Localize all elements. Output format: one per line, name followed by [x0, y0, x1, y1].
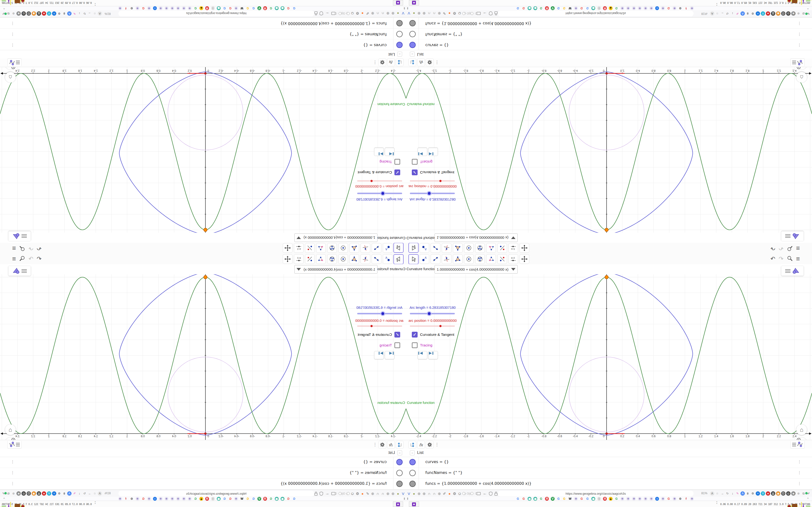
angle-tool-button[interactable]	[486, 254, 496, 264]
list-row-curves[interactable]: curves = {} ⋮	[406, 457, 812, 468]
puzzle-icon[interactable]: ⧉	[6, 11, 11, 16]
google-favicon[interactable]: G	[246, 6, 250, 10]
d-box-icon[interactable]: D	[781, 11, 785, 16]
bookmarks-expand-icon[interactable]: ^	[3, 497, 5, 501]
row-menu-icon[interactable]: ⋮	[11, 21, 14, 26]
bars-icon[interactable]: ▥	[37, 491, 41, 496]
info-favicon[interactable]: i	[597, 6, 601, 10]
f-favicon[interactable]: f	[124, 497, 128, 501]
row-menu-icon[interactable]: ⋮	[798, 459, 801, 464]
octagon-favicon[interactable]: ✳	[147, 6, 151, 10]
download-icon[interactable]: ↓	[77, 11, 82, 16]
circle-tool-button[interactable]	[338, 243, 348, 253]
shield-dark-icon[interactable]: ◘	[21, 491, 26, 496]
translate-blue-icon[interactable]: A	[67, 11, 71, 16]
info-favicon[interactable]: i	[211, 497, 215, 501]
function-view-button[interactable]: fx	[417, 441, 425, 449]
status-dot-icon[interactable]	[805, 492, 808, 495]
toolbar-kebab-icon[interactable]: ⋮	[373, 441, 377, 448]
perpendicular-tool-button[interactable]	[361, 254, 370, 264]
wikipedia-favicon[interactable]: W	[568, 497, 572, 501]
tcp-icon[interactable]: ●	[766, 491, 770, 496]
octagon-favicon[interactable]: ✳	[188, 497, 192, 501]
conic-tool-button[interactable]	[327, 254, 337, 264]
forward-icon[interactable]: →	[720, 11, 724, 16]
arc-length-slider-knob[interactable]	[427, 311, 432, 316]
plus-icon[interactable]: +	[756, 491, 760, 496]
olive-circle-icon[interactable]: ●	[412, 492, 416, 495]
google-favicon[interactable]: G	[580, 497, 583, 501]
row-menu-icon[interactable]: ⋮	[798, 32, 801, 37]
octagon-favicon[interactable]: ✳	[690, 497, 694, 501]
status-dot-icon[interactable]	[4, 492, 7, 495]
octagon-favicon[interactable]: ✳	[620, 497, 624, 501]
octagon-favicon[interactable]: ✳	[234, 6, 238, 10]
tcp-icon[interactable]: ●	[42, 11, 46, 16]
visibility-marble-blue[interactable]	[396, 42, 403, 48]
mouse-icon[interactable]: ⬮	[746, 491, 750, 496]
conic-tool-button[interactable]	[327, 243, 337, 253]
sphere-favicon[interactable]: ◉	[275, 6, 278, 10]
skip-end-button[interactable]	[374, 148, 384, 156]
yandex-favicon[interactable]: Я	[545, 6, 549, 10]
shield-gray-icon[interactable]: ◙	[16, 491, 21, 496]
zoom-level-indicator[interactable]: 81%	[701, 492, 707, 495]
gear-favicon[interactable]: ⚙	[678, 6, 682, 10]
octagon-favicon[interactable]: ✳	[136, 497, 140, 501]
list-row-curves[interactable]: curves = {} ⋮	[0, 457, 406, 468]
row-menu-icon[interactable]: ⋮	[11, 470, 14, 475]
google-favicon[interactable]: G	[269, 497, 273, 501]
geogebra-graph-logo[interactable]	[8, 441, 21, 448]
undo-icon[interactable]: ↶	[37, 245, 42, 251]
lock-icon[interactable]	[314, 12, 317, 16]
octagon-favicon[interactable]: ✳	[690, 6, 694, 10]
sphere-favicon[interactable]: ◉	[281, 497, 285, 501]
function-dropdown[interactable]: 1.000000000000 + cos(4.000000000000 x)	[294, 265, 377, 274]
tree-view-button[interactable]	[396, 441, 404, 449]
firefox-icon[interactable]: ●	[448, 12, 451, 15]
firefox-icon[interactable]: ●	[448, 492, 451, 495]
toolbar-kebab-icon[interactable]: ⋮	[373, 59, 377, 66]
google-favicon[interactable]: G	[194, 497, 197, 501]
google-favicon[interactable]: G	[222, 497, 226, 501]
octagon-favicon[interactable]: ✳	[574, 497, 578, 501]
geogebra-logo-button[interactable]	[8, 266, 31, 276]
octagon-favicon[interactable]: ✳	[170, 497, 174, 501]
zoom-level-indicator[interactable]: 81%	[105, 12, 111, 15]
bars-icon[interactable]: ▥	[771, 11, 775, 16]
google-favicon[interactable]: G	[229, 497, 232, 501]
bars-icon[interactable]: ▥	[771, 491, 775, 496]
google-favicon[interactable]: G	[246, 497, 250, 501]
octagon-favicon[interactable]: ✳	[649, 6, 653, 10]
google-favicon[interactable]: G	[586, 497, 590, 501]
sphere-favicon[interactable]: ◉	[591, 6, 595, 10]
headset-icon[interactable]: ∩	[376, 492, 379, 495]
google-favicon[interactable]: G	[667, 6, 671, 10]
url-bar[interactable]: https://www.geogebra.org/classic/aagcxh3…	[118, 491, 314, 496]
google-favicon[interactable]: G	[562, 497, 566, 501]
google-favicon[interactable]: G	[269, 6, 273, 10]
google-favicon[interactable]: G	[229, 6, 232, 10]
list-row-funcs[interactable]: funcs = {1.000000000000 + cos(4.00000000…	[406, 17, 812, 29]
angle-tool-button[interactable]	[316, 243, 326, 253]
tcp-icon[interactable]: ●	[766, 11, 770, 16]
google-favicon[interactable]: G	[516, 497, 520, 501]
visibility-marble-gray[interactable]	[409, 481, 416, 487]
shield-icon[interactable]	[489, 12, 493, 16]
arc-position-slider-knob[interactable]	[439, 325, 442, 327]
google-favicon[interactable]: G	[286, 497, 290, 501]
geogebra-graph-logo[interactable]	[791, 441, 804, 448]
geogebra-graph-logo[interactable]	[791, 59, 804, 66]
mouse-icon[interactable]: ⬮	[62, 491, 66, 496]
pause-icon[interactable]: ‖	[407, 6, 408, 10]
sphere-favicon[interactable]: ◉	[281, 6, 285, 10]
skip-end-button[interactable]	[428, 351, 438, 359]
octagon-favicon[interactable]: ✳	[638, 497, 642, 501]
highlighter-icon[interactable]: ✎	[72, 11, 77, 16]
search-icon[interactable]	[787, 245, 793, 251]
chat-favicon[interactable]: ▪	[655, 497, 659, 501]
main-menu-icon[interactable]: ≡	[796, 256, 800, 262]
translate-icon[interactable]: A	[710, 11, 714, 16]
angle-tool-button[interactable]	[486, 243, 496, 253]
search-icon[interactable]	[19, 245, 25, 251]
